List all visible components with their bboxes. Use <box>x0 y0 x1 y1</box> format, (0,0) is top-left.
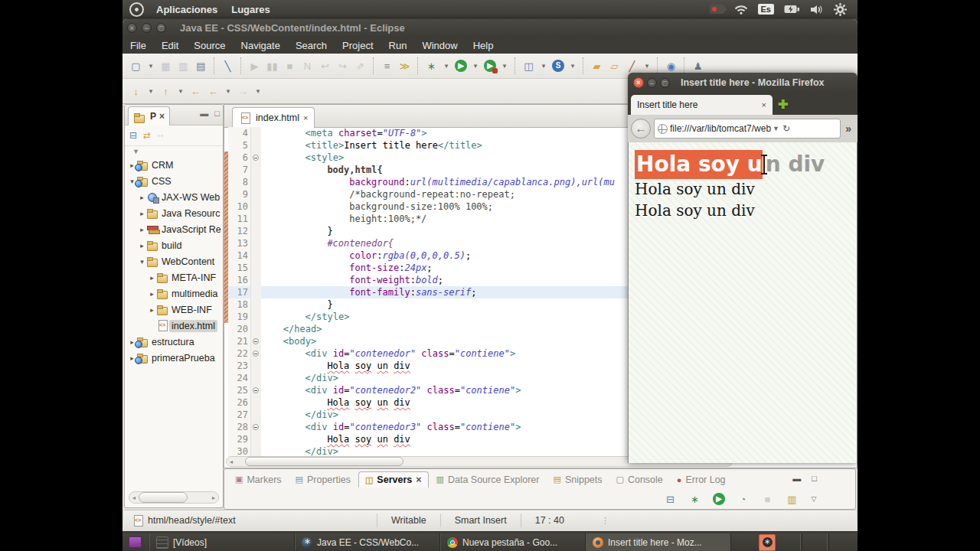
menu-run[interactable]: Run <box>381 40 415 51</box>
dropdown-icon[interactable]: ▾ <box>540 60 547 73</box>
collapse-all-icon[interactable]: ⊟ <box>129 130 137 141</box>
tab-close-icon[interactable]: × <box>159 111 165 122</box>
expand-arrow-icon[interactable]: ▸ <box>148 274 156 282</box>
tree-item-css[interactable]: ▾CSS <box>125 173 223 189</box>
eclipse-titlebar[interactable]: × – □ Java EE - CSS/WebContent/index.htm… <box>122 19 858 37</box>
tab-error-log[interactable]: ●Error Log <box>671 472 732 487</box>
next-annotation-icon[interactable]: ↓ <box>129 85 142 98</box>
dropdown-icon[interactable]: ▾ <box>177 85 185 98</box>
expand-arrow-icon[interactable]: ▸ <box>148 306 156 314</box>
debug-server-icon[interactable]: ∗ <box>688 493 701 506</box>
menu-help[interactable]: Help <box>466 40 501 51</box>
tree-item-build[interactable]: ▸build <box>125 237 223 253</box>
view-menu-chevron-icon[interactable]: ▼ <box>125 146 223 157</box>
mark-occurrences-icon[interactable]: ≡ <box>381 60 394 73</box>
menu-source[interactable]: Source <box>186 40 233 51</box>
new-server-icon[interactable]: ◫ <box>522 60 535 73</box>
tree-item-webcontent[interactable]: ▾WebContent <box>125 253 223 269</box>
run-icon[interactable]: ▶ <box>455 60 467 72</box>
tab-console[interactable]: ▢Console <box>610 472 669 487</box>
tab-project-explorer[interactable]: P × <box>128 106 170 126</box>
scroll-left-icon[interactable]: ◂ <box>129 494 139 501</box>
wifi-icon[interactable] <box>734 5 748 15</box>
publish-icon[interactable]: ▥ <box>786 493 799 506</box>
tree-item-crm[interactable]: ▸CRM <box>125 157 223 173</box>
distro-logo-icon[interactable] <box>129 2 144 17</box>
link-with-editor-icon[interactable]: ⇄ <box>143 130 151 141</box>
taskbar-item-filemanager[interactable]: [Vídeos] <box>149 533 295 551</box>
view-menu-icon[interactable]: ▽ <box>810 493 818 506</box>
firefox-titlebar[interactable]: × – □ Insert title here - Mozilla Firefo… <box>628 73 858 93</box>
user-profile-icon[interactable]: ♟ <box>691 60 704 73</box>
tree-item-primeraprueba[interactable]: ▸primeraPrueba <box>125 350 223 366</box>
dropdown-icon[interactable]: ▾ <box>147 60 155 73</box>
dropdown-icon[interactable]: ▾ <box>501 60 508 73</box>
tree-item-multimedia[interactable]: ▸multimedia <box>125 285 223 302</box>
session-gear-icon[interactable] <box>834 3 847 16</box>
launcher-notification-icon[interactable]: ∗ <box>759 534 776 551</box>
screen-record-icon[interactable] <box>710 5 724 14</box>
menu-search[interactable]: Search <box>288 40 335 51</box>
taskbar-item-chrome[interactable]: Nueva pestaña - Goo... <box>440 533 586 551</box>
tree-item-meta-inf[interactable]: ▸META-INF <box>125 269 223 285</box>
keyboard-layout-indicator[interactable]: Es <box>758 4 774 15</box>
collapse-all-icon[interactable]: ⊟ <box>664 493 677 506</box>
close-icon[interactable]: × <box>127 23 137 33</box>
debug-icon[interactable]: ∗ <box>425 60 438 73</box>
web-service-icon[interactable]: S <box>552 60 564 72</box>
places-menu[interactable]: Lugares <box>224 4 277 15</box>
skip-breakpoints-icon[interactable]: ≫ <box>398 60 411 73</box>
dropdown-icon[interactable]: ▾ <box>147 85 155 98</box>
battery-icon[interactable] <box>784 5 800 14</box>
fold-minus-icon[interactable] <box>250 152 261 164</box>
tab-close-icon[interactable]: × <box>416 474 421 485</box>
tab-index-html[interactable]: index.html × <box>232 107 315 128</box>
expand-arrow-icon[interactable]: ▸ <box>138 226 146 233</box>
dropdown-icon[interactable]: ▾ <box>569 60 577 73</box>
url-dropdown-icon[interactable]: ▼ <box>773 125 779 132</box>
tab-markers[interactable]: ▣Markers <box>229 472 288 487</box>
start-profiling-icon[interactable]: ◔ <box>737 493 750 506</box>
back-icon[interactable]: ← <box>207 85 220 98</box>
menu-edit[interactable]: Edit <box>154 40 186 51</box>
url-text[interactable]: file:///var/lib/tomcat7/web <box>670 123 771 134</box>
tree-item-estructura[interactable]: ▸estructura <box>125 334 223 350</box>
close-icon[interactable]: × <box>633 77 644 88</box>
taskbar-item-eclipse[interactable]: Java EE - CSS/WebCo... <box>295 533 440 551</box>
new-wizard-icon[interactable]: ▢ <box>129 60 142 73</box>
tab-properties[interactable]: ▤Properties <box>289 472 357 487</box>
maximize-icon[interactable]: □ <box>156 23 166 33</box>
scroll-right-icon[interactable]: ▸ <box>209 494 218 501</box>
open-folder-icon[interactable]: ▱ <box>608 60 621 73</box>
panel-minimize-icon[interactable]: ▬ <box>200 109 208 118</box>
prev-annotation-icon[interactable]: ↑ <box>159 85 172 98</box>
panel-maximize-icon[interactable]: □ <box>812 474 817 483</box>
url-bar[interactable]: file:///var/lib/tomcat7/web ▼ ↻ <box>654 119 841 139</box>
fold-minus-icon[interactable] <box>250 347 261 360</box>
tree-item-java-resourc[interactable]: ▸Java Resourc <box>125 205 223 221</box>
menu-window[interactable]: Window <box>414 40 465 51</box>
new-tab-icon[interactable]: ✚ <box>778 97 788 112</box>
expand-arrow-icon[interactable]: ▸ <box>138 194 146 201</box>
tab-close-icon[interactable]: × <box>762 100 766 109</box>
menu-navigate[interactable]: Navigate <box>234 40 288 51</box>
dropdown-icon[interactable]: ▾ <box>224 85 232 98</box>
menu-file[interactable]: File <box>122 40 154 51</box>
tab-data-source-explorer[interactable]: ▥Data Source Explorer <box>430 472 546 487</box>
scroll-left-icon[interactable]: ◂ <box>227 458 236 465</box>
panel-maximize-icon[interactable]: □ <box>214 109 220 118</box>
print-icon[interactable]: ▤ <box>194 60 207 73</box>
overflow-chevron-icon[interactable]: » <box>845 122 851 135</box>
tree-item-jax-ws-web[interactable]: ▸JAX-WS Web <box>125 189 223 205</box>
tree-item-web-inf[interactable]: ▸WEB-INF <box>125 302 223 318</box>
tab-snippets[interactable]: ▤Snippets <box>547 472 608 487</box>
expand-arrow-icon[interactable]: ▸ <box>138 210 146 217</box>
menu-project[interactable]: Project <box>335 40 381 51</box>
dropdown-icon[interactable]: ▾ <box>443 60 450 73</box>
dropdown-icon[interactable]: ▾ <box>254 85 262 98</box>
fold-minus-icon[interactable] <box>250 335 261 347</box>
scrollbar-thumb[interactable] <box>245 457 403 466</box>
reload-icon[interactable]: ↻ <box>782 123 790 134</box>
back-button[interactable]: ← <box>631 119 651 139</box>
last-edit-location-icon[interactable]: ← <box>189 85 202 98</box>
